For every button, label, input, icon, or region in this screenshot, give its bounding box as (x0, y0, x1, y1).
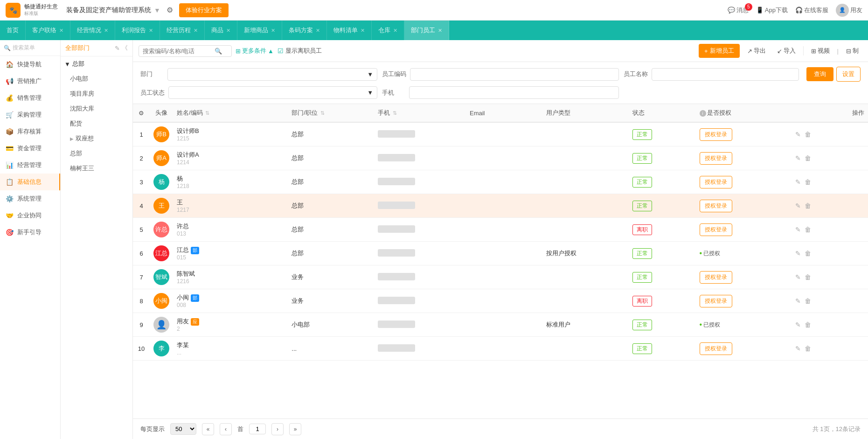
more-filter-button[interactable]: ⊞ 更多条件 ▲ (236, 47, 274, 55)
delete-icon[interactable]: 🗑 (805, 250, 811, 257)
edit-icon[interactable]: ✎ (795, 202, 801, 209)
delete-icon[interactable]: 🗑 (805, 178, 811, 186)
delete-icon[interactable]: 🗑 (805, 154, 811, 162)
view-button[interactable]: ⊞ 视频 (807, 44, 833, 57)
tree-node-nanshuwangsan[interactable]: 楠树王三 (61, 161, 132, 176)
th-phone[interactable]: 手机 ⇅ (374, 104, 466, 122)
sidebar-item-guide[interactable]: 🎯 新手引导 (0, 224, 60, 241)
emp-status-select[interactable]: ▼ (168, 86, 377, 99)
delete-icon[interactable]: 🗑 (805, 345, 811, 352)
th-name[interactable]: 姓名/编码 ⇅ (173, 104, 288, 122)
close-icon[interactable]: ✕ (226, 28, 230, 34)
edit-icon[interactable]: ✎ (795, 345, 801, 352)
close-icon[interactable]: ✕ (271, 28, 275, 34)
delete-icon[interactable]: 🗑 (805, 297, 811, 305)
sidebar-item-basic[interactable]: 📋 基础信息 (0, 174, 60, 190)
sidebar-item-inventory[interactable]: 📦 库存核算 (0, 123, 60, 140)
edit-icon[interactable]: ✎ (795, 321, 801, 328)
sidebar-item-collab[interactable]: 🤝 企业协同 (0, 207, 60, 224)
dept-select[interactable]: ▼ (167, 68, 377, 81)
add-employee-button[interactable]: + 新增员工 (699, 44, 740, 58)
import-button[interactable]: ↙ 导入 (773, 44, 799, 57)
tree-edit-button[interactable]: ✎ (115, 44, 120, 52)
nav-item-barcode[interactable]: 条码方案 ✕ (282, 21, 327, 40)
tree-node-project[interactable]: 项目库房 (61, 86, 132, 101)
tree-node-headquarters-parent[interactable]: ▼ 总部 (61, 56, 132, 71)
tree-node-distribution[interactable]: 配货 (61, 116, 132, 131)
current-page-input[interactable] (249, 424, 266, 434)
delete-icon[interactable]: 🗑 (805, 202, 811, 209)
user-button[interactable]: 👤 用友 (836, 4, 862, 17)
close-icon[interactable]: ✕ (194, 28, 198, 34)
export-button[interactable]: ↗ 导出 (743, 44, 770, 57)
sidebar-item-system[interactable]: ⚙️ 系统管理 (0, 190, 60, 207)
first-page-button[interactable]: « (202, 423, 214, 435)
tree-node-shenyang[interactable]: 沈阳大库 (61, 101, 132, 116)
sidebar-search[interactable]: 🔍 搜索菜单 (0, 40, 60, 56)
edit-icon[interactable]: ✎ (795, 273, 801, 281)
reset-button[interactable]: 设置 (836, 67, 861, 82)
th-settings[interactable]: ⚙ (133, 104, 150, 122)
tree-node-electronics[interactable]: 小电部 (61, 71, 132, 86)
authorize-button[interactable]: 授权登录 (700, 176, 732, 188)
nav-item-add-goods[interactable]: 新增商品 ✕ (237, 21, 282, 40)
emp-code-input[interactable] (410, 68, 619, 81)
app-download-button[interactable]: 📱 App下载 (756, 6, 788, 14)
authorize-button[interactable]: 授权登录 (700, 223, 732, 236)
nav-item-operations[interactable]: 经营情况 ✕ (70, 21, 115, 40)
close-icon[interactable]: ✕ (104, 28, 108, 34)
authorize-button[interactable]: 授权登录 (700, 295, 732, 307)
sidebar-item-management[interactable]: 📊 经营管理 (0, 157, 60, 174)
search-input[interactable] (143, 48, 213, 55)
tree-node-headquarters[interactable]: 总部 (61, 146, 132, 161)
search-box[interactable]: 🔍 (139, 45, 232, 57)
phone-input[interactable] (409, 86, 619, 99)
settings-button[interactable]: ⚙ (163, 4, 176, 17)
close-icon[interactable]: ✕ (361, 28, 365, 34)
edit-icon[interactable]: ✎ (795, 131, 801, 138)
delete-icon[interactable]: 🗑 (805, 273, 811, 281)
delete-icon[interactable]: 🗑 (805, 321, 811, 328)
nav-item-warehouse[interactable]: 仓库 ✕ (372, 21, 404, 40)
per-page-select[interactable]: 50 20 100 (170, 423, 196, 435)
close-icon[interactable]: ✕ (149, 28, 153, 34)
authorize-button[interactable]: 授权登录 (700, 128, 732, 141)
sidebar-item-purchase[interactable]: 🛒 采购管理 (0, 106, 60, 123)
show-resigned-toggle[interactable]: ☑ 显示离职员工 (278, 47, 322, 55)
nav-item-employees[interactable]: 部门员工 ✕ (404, 21, 449, 40)
authorize-button[interactable]: 授权登录 (700, 342, 732, 355)
tree-collapse-button[interactable]: 《 (122, 44, 128, 52)
emp-name-input[interactable] (652, 68, 799, 81)
query-button[interactable]: 查询 (806, 67, 833, 81)
prev-page-button[interactable]: ‹ (220, 423, 232, 435)
authorize-button[interactable]: 授权登录 (700, 200, 732, 212)
nav-item-bom[interactable]: 物料清单 ✕ (327, 21, 372, 40)
sidebar-item-finance[interactable]: 💳 资金管理 (0, 140, 60, 157)
message-button[interactable]: 💬 消息 5 (728, 6, 749, 14)
edit-icon[interactable]: ✎ (795, 178, 801, 186)
th-dept[interactable]: 部门/职位 ⇅ (288, 104, 374, 122)
nav-item-home[interactable]: 首页 (0, 21, 26, 40)
authorize-button[interactable]: 授权登录 (700, 271, 732, 284)
close-icon[interactable]: ✕ (438, 28, 442, 34)
sidebar-item-marketing[interactable]: 📢 营销推广 (0, 73, 60, 90)
close-icon[interactable]: ✕ (393, 28, 397, 34)
nav-item-profit[interactable]: 利润报告 ✕ (115, 21, 160, 40)
tree-node-shuangzuo[interactable]: ▶ 双座想 (61, 131, 132, 146)
next-page-button[interactable]: › (271, 423, 284, 435)
close-icon[interactable]: ✕ (316, 28, 320, 34)
trial-button[interactable]: 体验行业方案 (179, 3, 229, 17)
delete-icon[interactable]: 🗑 (805, 131, 811, 138)
last-page-button[interactable]: » (289, 423, 301, 435)
nav-item-goods[interactable]: 商品 ✕ (205, 21, 237, 40)
nav-item-customers[interactable]: 客户联络 ✕ (26, 21, 70, 40)
edit-icon[interactable]: ✎ (795, 297, 801, 305)
online-service-button[interactable]: 🎧 在线客服 (795, 6, 828, 14)
edit-icon[interactable]: ✎ (795, 250, 801, 257)
print-button[interactable]: ⊟ 制 (842, 44, 862, 57)
edit-icon[interactable]: ✎ (795, 226, 801, 233)
close-icon[interactable]: ✕ (59, 28, 63, 34)
authorize-button[interactable]: 授权登录 (700, 152, 732, 165)
sidebar-item-navigation[interactable]: 🏠 快捷导航 (0, 56, 60, 73)
sidebar-item-sales[interactable]: 💰 销售管理 (0, 90, 60, 106)
